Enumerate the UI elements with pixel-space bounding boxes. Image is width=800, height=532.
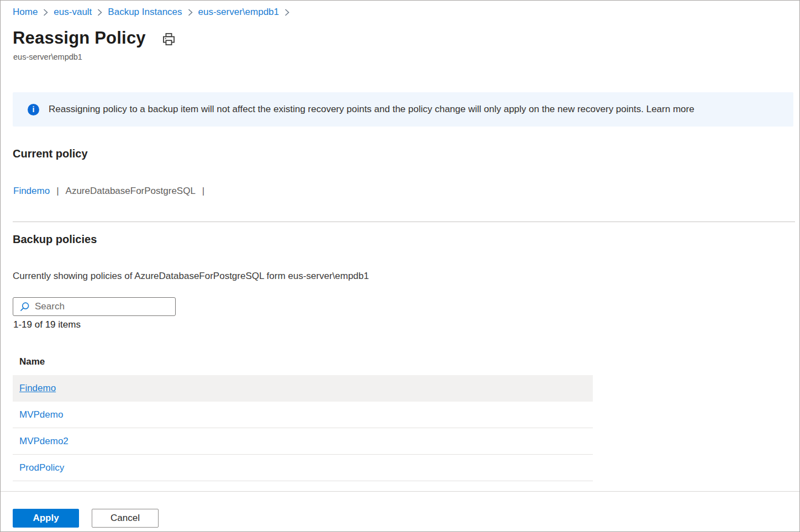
search-input[interactable] xyxy=(35,301,171,312)
policies-description: Currently showing policies of AzureDatab… xyxy=(13,271,799,282)
info-banner: i Reassigning policy to a backup item wi… xyxy=(13,92,793,127)
cancel-button[interactable]: Cancel xyxy=(92,509,159,528)
table-header: Name xyxy=(13,349,593,375)
search-box xyxy=(13,297,176,316)
learn-more-link[interactable]: Learn more xyxy=(646,104,694,114)
footer-divider xyxy=(1,491,799,492)
chevron-right-icon xyxy=(285,9,290,16)
footer-actions: Apply Cancel xyxy=(13,509,799,528)
table-row[interactable]: ProdPolicy xyxy=(13,455,593,481)
current-policy-type: AzureDatabaseForPostgreSQL xyxy=(66,186,196,197)
breadcrumb: Home eus-vault Backup Instances eus-serv… xyxy=(1,1,799,18)
current-policy-heading: Current policy xyxy=(13,148,799,161)
policy-separator: | xyxy=(202,186,204,197)
info-icon: i xyxy=(28,104,39,115)
chevron-right-icon xyxy=(97,9,102,16)
table-row[interactable]: MVPdemo xyxy=(13,402,593,428)
policy-link[interactable]: ProdPolicy xyxy=(19,462,64,473)
page-subtitle: eus-server\empdb1 xyxy=(13,52,799,64)
policies-table: Name Findemo MVPdemo MVPdemo2 ProdPolicy xyxy=(13,349,593,481)
policy-link[interactable]: MVPdemo xyxy=(19,409,63,420)
page-title: Reassign Policy xyxy=(13,28,146,48)
chevron-right-icon xyxy=(43,9,48,16)
backup-policies-heading: Backup policies xyxy=(13,233,799,246)
current-policy-name-link[interactable]: Findemo xyxy=(13,186,50,197)
search-icon xyxy=(19,302,30,312)
table-row[interactable]: Findemo xyxy=(13,375,593,402)
reassign-policy-page: Home eus-vault Backup Instances eus-serv… xyxy=(0,0,800,532)
policy-separator: | xyxy=(56,186,59,197)
breadcrumb-eus-vault[interactable]: eus-vault xyxy=(54,7,92,18)
banner-message: Reassigning policy to a backup item will… xyxy=(49,104,644,114)
title-row: Reassign Policy xyxy=(13,26,799,50)
chevron-right-icon xyxy=(188,9,193,16)
column-header-name: Name xyxy=(19,356,45,367)
section-divider xyxy=(13,222,795,222)
policy-link[interactable]: Findemo xyxy=(19,383,56,394)
print-icon[interactable] xyxy=(161,32,176,47)
breadcrumb-eus-server-empdb1[interactable]: eus-server\empdb1 xyxy=(198,7,279,18)
apply-button[interactable]: Apply xyxy=(13,509,79,528)
current-policy-line: Findemo | AzureDatabaseForPostgreSQL | xyxy=(13,185,799,197)
breadcrumb-home[interactable]: Home xyxy=(13,7,38,18)
policy-link[interactable]: MVPdemo2 xyxy=(19,436,69,447)
items-count: 1-19 of 19 items xyxy=(13,319,799,331)
breadcrumb-backup-instances[interactable]: Backup Instances xyxy=(108,7,182,18)
table-row[interactable]: MVPdemo2 xyxy=(13,428,593,455)
